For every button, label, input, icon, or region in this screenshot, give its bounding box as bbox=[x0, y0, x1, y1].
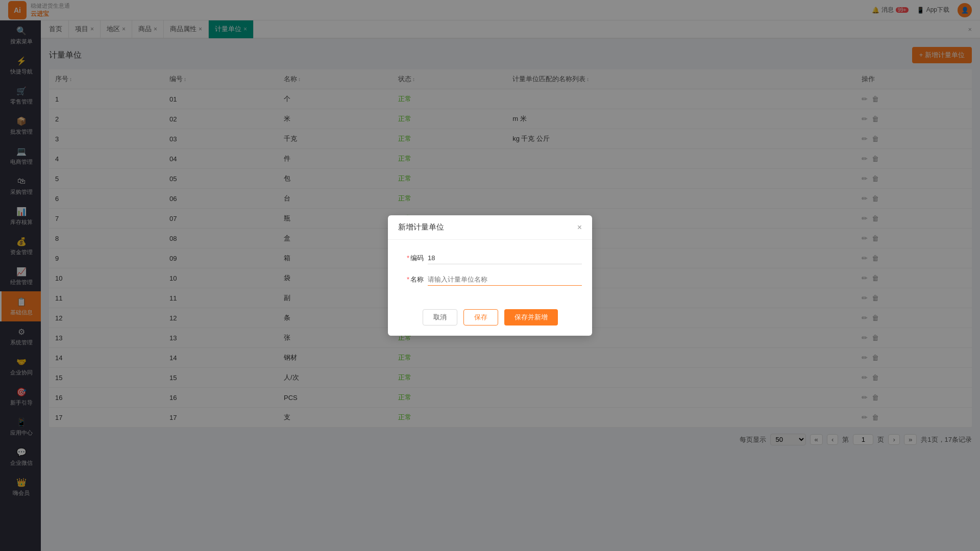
save-and-new-button[interactable]: 保存并新增 bbox=[504, 309, 558, 325]
code-input[interactable] bbox=[428, 252, 582, 264]
name-label: *名称 bbox=[398, 275, 424, 284]
modal-overlay: 新增计量单位 × *编码 *名称 取消 保存 保存并新增 bbox=[0, 0, 980, 551]
modal-title: 新增计量单位 bbox=[398, 222, 444, 232]
save-button[interactable]: 保存 bbox=[463, 309, 498, 325]
cancel-button[interactable]: 取消 bbox=[423, 309, 457, 325]
modal-header: 新增计量单位 × bbox=[388, 215, 592, 240]
add-unit-modal: 新增计量单位 × *编码 *名称 取消 保存 保存并新增 bbox=[388, 215, 592, 336]
code-label: *编码 bbox=[398, 254, 424, 263]
modal-close-button[interactable]: × bbox=[577, 223, 582, 232]
modal-footer: 取消 保存 保存并新增 bbox=[388, 303, 592, 336]
name-input[interactable] bbox=[428, 273, 582, 286]
name-form-row: *名称 bbox=[398, 273, 582, 286]
modal-body: *编码 *名称 bbox=[388, 240, 592, 303]
code-form-row: *编码 bbox=[398, 252, 582, 264]
